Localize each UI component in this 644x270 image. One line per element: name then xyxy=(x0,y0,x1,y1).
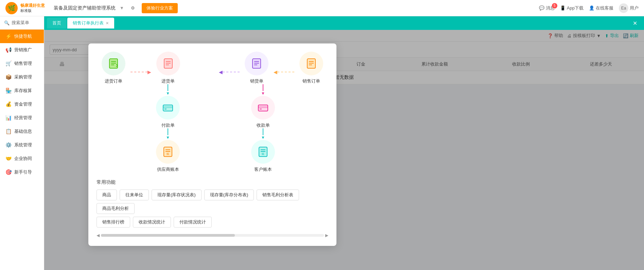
sidebar-item-purchase[interactable]: 📦 采购管理 xyxy=(0,70,44,84)
flow-purchase-order[interactable]: 进货订单 xyxy=(97,52,130,84)
spacer2 xyxy=(97,84,144,96)
home-tab-label: 首页 xyxy=(52,20,61,26)
app-download-button[interactable]: 📱 App下载 xyxy=(560,5,584,11)
sales-bill-label: 销货单 xyxy=(250,78,263,84)
search-icon: 🔍 xyxy=(4,20,10,25)
flow-supplier-ledger[interactable]: 账 供应商账本 xyxy=(144,140,192,173)
settings-button[interactable]: ⚙ xyxy=(128,3,138,13)
scroll-right-icon[interactable]: ▶ xyxy=(325,233,328,238)
quick-nav-icon: ⚡ xyxy=(5,33,12,39)
function-btns-row1: 商品 往来单位 现存量(库存状况表) 现存量(库存分布表) 销售毛利分析表 商品… xyxy=(97,190,328,214)
func-btn-stock-status[interactable]: 现存量(库存状况表) xyxy=(152,190,202,200)
service-icon: 👤 xyxy=(589,5,594,11)
modal-overlay[interactable]: 进货订单 ▶ xyxy=(44,30,644,270)
sidebar-item-beginner[interactable]: 🎯 新手引导 xyxy=(0,165,44,179)
system-icon: ⚙️ xyxy=(5,142,12,148)
sidebar-item-label: 营销推广 xyxy=(14,47,32,53)
sidebar-item-quick-nav[interactable]: ⚡ 快捷导航 xyxy=(0,30,44,43)
sales-order-label: 销售订单 xyxy=(302,78,320,84)
online-service-label: 在线客服 xyxy=(596,5,613,11)
func-btn-stock-dist[interactable]: 现存量(库存分布表) xyxy=(204,190,254,200)
payment-icon xyxy=(156,96,180,120)
dropdown-icon[interactable]: ▼ xyxy=(120,5,124,11)
search-menu-label: 搜索菜单 xyxy=(12,20,29,26)
tab-bar-close-icon[interactable]: ✕ xyxy=(629,20,641,26)
supplier-ledger-icon: 账 xyxy=(156,140,180,164)
flow-receipt[interactable]: 收款单 xyxy=(239,96,287,128)
online-service-button[interactable]: 👤 在线客服 xyxy=(589,5,613,11)
sidebar-item-basic-info[interactable]: 📋 基础信息 xyxy=(0,125,44,138)
function-btns-row2: 销售排行榜 收款情况统计 付款情况统计 xyxy=(97,217,328,228)
content-area: 首页 销售订单执行表 ✕ ✕ ❓ 帮助 🖨 按 xyxy=(44,16,644,270)
page-content: ❓ 帮助 🖨 按模板打印 ▼ ⬆ 导出 🔄 刷新 xyxy=(44,30,644,270)
sidebar-item-marketing[interactable]: 📢 营销推广 xyxy=(0,43,44,57)
func-btn-payment-stats[interactable]: 付款情况统计 xyxy=(174,217,212,228)
sidebar-item-label: 快捷导航 xyxy=(14,33,32,39)
brand-sub: 标准版 xyxy=(20,8,45,13)
func-btn-product-profit[interactable]: 商品毛利分析 xyxy=(97,203,135,214)
func-btn-receipt-stats[interactable]: 收款情况统计 xyxy=(133,217,171,228)
scrollbar-thumb[interactable] xyxy=(101,234,235,237)
svg-text:账: 账 xyxy=(167,152,169,156)
top-bar-right: 💬 消息 5 📱 App下载 👤 在线客服 Ea 用户 xyxy=(539,3,639,13)
arrow-left-1: ◀ xyxy=(219,69,240,84)
user-area[interactable]: Ea 用户 xyxy=(619,3,639,13)
sales-order-icon xyxy=(299,52,323,75)
logo-text: 畅康通好生意 标准版 xyxy=(20,3,45,13)
arrow-down-3: ▼ xyxy=(144,128,192,140)
flow-payment[interactable]: 付款单 xyxy=(144,96,192,128)
tab-home[interactable]: 首页 xyxy=(47,18,67,29)
finance-icon: 💰 xyxy=(5,101,12,107)
purchase-order-label: 进货订单 xyxy=(105,78,122,84)
sidebar-item-sales[interactable]: 🛒 销售管理 xyxy=(0,57,44,70)
tab-sales-order-exec[interactable]: 销售订单执行表 ✕ xyxy=(67,18,114,29)
purchase-bill-label: 进货单 xyxy=(161,78,175,84)
app-container: 🌿 畅康通好生意 标准版 装备及固定资产辅助管理系统 ▼ ⚙ 体验行业方案 💬 … xyxy=(0,0,644,270)
modal-dialog: 进货订单 ▶ xyxy=(88,43,336,246)
flow-purchase-bill[interactable]: 进货单 xyxy=(151,52,185,84)
sidebar-item-operations[interactable]: 📊 经营管理 xyxy=(0,111,44,125)
search-menu[interactable]: 🔍 搜索菜单 xyxy=(0,16,44,30)
sidebar-item-system[interactable]: ⚙️ 系统管理 xyxy=(0,138,44,152)
sidebar-item-finance[interactable]: 💰 资金管理 xyxy=(0,97,44,111)
logo-area: 🌿 畅康通好生意 标准版 xyxy=(5,2,50,14)
flow-customer-ledger[interactable]: 账 客户账本 xyxy=(239,140,287,173)
svg-rect-20 xyxy=(258,106,268,108)
user-avatar: Ea xyxy=(619,3,628,13)
experience-button[interactable]: 体验行业方案 xyxy=(142,3,178,13)
tab-bar: 首页 销售订单执行表 ✕ ✕ xyxy=(44,16,644,30)
sidebar-item-label: 新手引导 xyxy=(14,169,32,175)
sidebar-item-inventory[interactable]: 🏪 库存核算 xyxy=(0,84,44,97)
sidebar-item-label: 资金管理 xyxy=(14,101,32,107)
logo-icon: 🌿 xyxy=(5,2,18,14)
supplier-ledger-label: 供应商账本 xyxy=(157,166,179,173)
scrollbar-track xyxy=(101,234,324,237)
spacer7 xyxy=(192,128,239,140)
payment-label: 付款单 xyxy=(161,122,175,128)
sidebar-item-label: 经营管理 xyxy=(14,115,32,121)
flow-sales-bill[interactable]: 销货单 xyxy=(240,52,274,84)
beginner-icon: 🎯 xyxy=(5,169,12,175)
func-btn-product[interactable]: 商品 xyxy=(97,190,117,200)
func-btn-partner[interactable]: 往来单位 xyxy=(120,190,149,200)
func-btn-sales-rank[interactable]: 销售排行榜 xyxy=(97,217,130,228)
svg-rect-17 xyxy=(163,106,173,108)
receipt-icon xyxy=(251,96,275,120)
message-button[interactable]: 💬 消息 5 xyxy=(539,5,555,11)
arrow-left-2: ◀ xyxy=(274,69,294,84)
tab-close-icon[interactable]: ✕ xyxy=(106,21,109,25)
sidebar-item-label: 销售管理 xyxy=(14,60,32,67)
message-badge: 5 xyxy=(552,3,557,8)
purchase-order-icon xyxy=(102,52,125,75)
system-title: 装备及固定资产辅助管理系统 xyxy=(54,5,116,11)
func-btn-sales-profit[interactable]: 销售毛利分析表 xyxy=(257,190,299,200)
message-icon: 💬 xyxy=(539,5,544,11)
sidebar-item-label: 基础信息 xyxy=(14,128,32,134)
arrow-down-2: ▼ xyxy=(239,84,287,96)
scroll-left-icon[interactable]: ◀ xyxy=(97,233,100,238)
arrow-down-1: ▼ xyxy=(144,84,192,96)
sidebar-item-enterprise[interactable]: 🤝 企业协同 xyxy=(0,152,44,165)
marketing-icon: 📢 xyxy=(5,47,12,53)
flow-sales-order[interactable]: 销售订单 xyxy=(294,52,328,84)
spacer6 xyxy=(97,128,144,140)
